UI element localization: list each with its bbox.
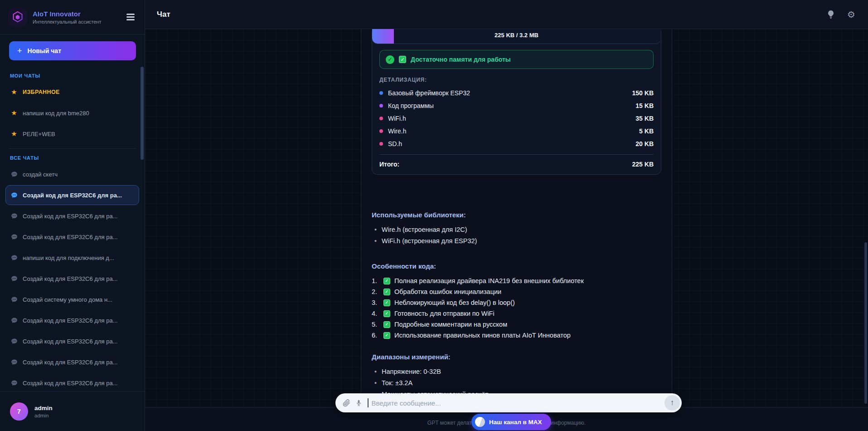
sidebar-item-favorite[interactable]: ★ напиши код для bme280	[5, 103, 139, 123]
message-input[interactable]	[369, 399, 665, 407]
legend-dot-icon	[379, 91, 383, 95]
feature-item: ✓ Подробные комментарии на русском	[372, 319, 661, 330]
chat-header: Чат ⚙	[145, 0, 868, 29]
total-value: 225 KB	[632, 161, 654, 168]
chat-area: 225 KB / 3.2 MB ✓ ✓ Достаточно памяти дл…	[145, 29, 868, 407]
features-list: ✓ Полная реализация драйвера INA219 без …	[372, 275, 661, 341]
feature-item: ✓ Неблокирующий код без delay() в loop()	[372, 297, 661, 308]
new-chat-button[interactable]: + Новый чат	[9, 41, 136, 60]
sidebar-scrollbar[interactable]	[141, 67, 144, 160]
sidebar-item-chat[interactable]: Создай код для ESP32C6 для ра...	[5, 185, 139, 205]
app-identity: AIoT Innovator Интеллектуальный ассистен…	[33, 10, 119, 24]
chat-bubble-icon	[10, 359, 18, 366]
app-subtitle: Интеллектуальный ассистент	[33, 19, 119, 24]
app-logo-icon	[8, 8, 27, 27]
total-label: Итого:	[379, 161, 399, 168]
libraries-list: • Wire.h (встроенная для I2C) • WiFi.h (…	[372, 224, 661, 247]
chat-bubble-icon	[10, 255, 18, 261]
checkbox-icon: ✓	[383, 321, 390, 328]
check-circle-icon: ✓	[386, 55, 394, 64]
checkbox-icon: ✓	[383, 289, 390, 295]
sidebar-item-chat[interactable]: Создай код для ESP32C6 для ра...	[5, 206, 139, 226]
sidebar-item-chat[interactable]: Создай код для ESP32C6 для ра...	[5, 352, 139, 372]
sidebar-item-chat[interactable]: Создай код для ESP32C6 для ра...	[5, 269, 139, 289]
feature-item: ✓ Полная реализация драйвера INA219 без …	[372, 275, 661, 286]
checkbox-icon: ✓	[383, 299, 390, 306]
chat-bubble-icon	[10, 275, 18, 282]
new-chat-label: Новый чат	[28, 47, 62, 54]
sidebar-item-favorite[interactable]: ★ РЕЛЕ+WEB	[5, 124, 139, 144]
new-chat-section: + Новый чат	[0, 34, 145, 65]
plus-icon: +	[17, 47, 22, 55]
text-caret	[368, 398, 369, 407]
checkbox-icon: ✓	[383, 310, 390, 317]
legend-dot-icon	[379, 104, 383, 108]
chat-bubble-icon	[10, 338, 18, 345]
chat-bubble-icon	[10, 192, 18, 199]
table-row: Код программы 15 KB	[379, 99, 654, 112]
sidebar-item-chat[interactable]: Создай код для ESP32C6 для ра...	[5, 373, 139, 391]
user-role: admin	[34, 413, 53, 418]
checkbox-icon: ✓	[383, 278, 390, 284]
section-label-all-chats: ВСЕ ЧАТЫ	[5, 150, 139, 164]
checkbox-icon: ✓	[383, 332, 390, 339]
paperclip-icon[interactable]	[342, 398, 351, 408]
legend-dot-icon	[379, 117, 383, 120]
total-row: Итого: 225 KB	[379, 154, 654, 168]
sidebar-item-chat[interactable]: Создай код для ESP32C6 для ра...	[5, 331, 139, 351]
sidebar-item-chat[interactable]: Создай код для ESP32C6 для ра...	[5, 310, 139, 330]
sidebar-item-chat[interactable]: Создай систему умного дома н...	[5, 289, 139, 309]
user-info: admin admin	[34, 405, 53, 418]
feature-item: ✓ Обработка ошибок инициализации	[372, 286, 661, 297]
progress-fill	[372, 29, 394, 44]
feature-item: ✓ Готовность для отправки по WiFi	[372, 308, 661, 319]
checkbox-icon: ✓	[399, 56, 406, 63]
item-number	[372, 330, 379, 341]
section-label-my-chats: МОИ ЧАТЫ	[5, 68, 139, 82]
page-scrollbar[interactable]	[864, 242, 867, 404]
chat-bubble-icon	[10, 380, 18, 387]
bullet-icon: •	[374, 377, 377, 389]
gear-icon[interactable]: ⚙	[846, 9, 856, 20]
ranges-heading: Диапазоны измерений:	[372, 353, 661, 361]
table-row: WiFi.h 35 KB	[379, 112, 654, 125]
feature-item: ✓ Использование правильных пинов платы A…	[372, 330, 661, 341]
details-table: Базовый фреймворк ESP32 150 KB Код прогр…	[379, 87, 654, 150]
sidebar-item-chat[interactable]: создай скетч	[5, 164, 139, 184]
lightbulb-icon[interactable]	[826, 9, 835, 20]
sidebar-divider	[9, 148, 136, 149]
all-chats-list: создай скетч Создай код для ESP32C6 для …	[5, 164, 139, 391]
message-body: Используемые библиотеки: • Wire.h (встро…	[372, 211, 661, 400]
max-channel-button[interactable]: Наш канал в MAX	[471, 414, 551, 430]
sidebar-item-chat[interactable]: Создай код для ESP32C6 для ра...	[5, 227, 139, 247]
app-title: AIoT Innovator	[33, 10, 119, 18]
max-button-label: Наш канал в MAX	[489, 419, 542, 426]
star-icon: ★	[10, 130, 18, 138]
chat-bubble-icon	[10, 213, 18, 220]
chat-list: МОИ ЧАТЫ ★ ИЗБРАННОЕ ★ напиши код для bm…	[0, 65, 145, 391]
sidebar-item-favorite[interactable]: ★ ИЗБРАННОЕ	[5, 82, 139, 102]
favorites-list: ★ ИЗБРАННОЕ ★ напиши код для bme280 ★ РЕ…	[5, 82, 139, 144]
table-row: SD.h 20 KB	[379, 137, 654, 150]
libraries-heading: Используемые библиотеки:	[372, 211, 661, 219]
microphone-icon[interactable]	[354, 398, 363, 408]
memory-report-card: 225 KB / 3.2 MB ✓ ✓ Достаточно памяти дл…	[372, 29, 661, 175]
item-number	[372, 319, 379, 330]
bullet-icon: •	[374, 224, 377, 235]
bullet-icon: •	[374, 366, 377, 377]
bullet-icon: •	[374, 235, 377, 247]
table-row: Базовый фреймворк ESP32 150 KB	[379, 87, 654, 99]
memory-progress-bar: 225 KB / 3.2 MB	[372, 29, 661, 44]
item-number	[372, 286, 379, 297]
details-heading: ДЕТАЛИЗАЦИЯ:	[379, 77, 654, 83]
user-name: admin	[34, 405, 53, 411]
menu-icon[interactable]	[125, 12, 136, 22]
user-panel[interactable]: 7 admin admin	[0, 391, 145, 431]
list-item: • Напряжение: 0-32В	[374, 366, 661, 377]
chat-bubble-icon	[10, 171, 18, 178]
chat-bubble-icon	[10, 296, 18, 303]
sidebar-item-chat[interactable]: напиши код для подключения д...	[5, 248, 139, 268]
send-button[interactable]: ↑	[664, 395, 680, 411]
star-icon: ★	[10, 88, 18, 96]
status-text: Достаточно памяти для работы	[411, 56, 511, 63]
